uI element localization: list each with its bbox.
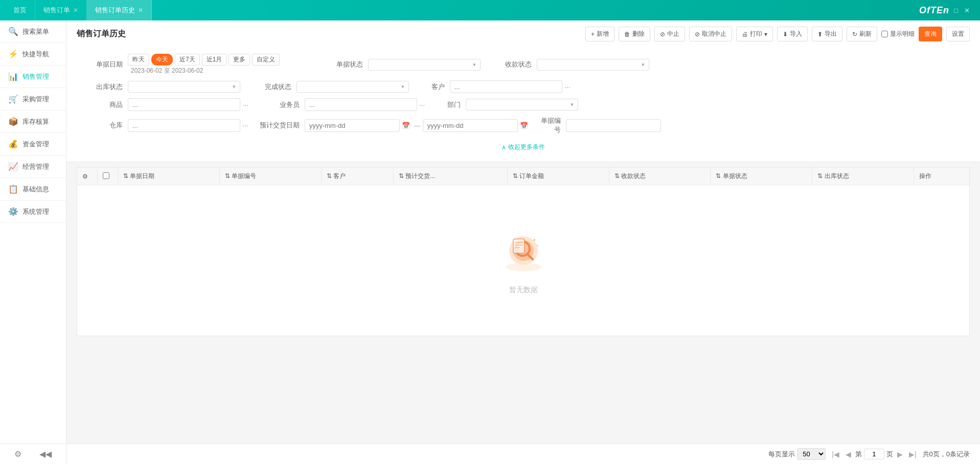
show-details-checkbox[interactable] <box>881 31 888 37</box>
department-select[interactable]: ▾ <box>466 99 578 111</box>
delete-label: 删除 <box>632 30 645 38</box>
query-button[interactable]: 查询 <box>919 27 942 41</box>
tab-sales-order[interactable]: 销售订单 ✕ <box>35 0 87 20</box>
first-page-btn[interactable]: |◀ <box>830 449 841 459</box>
refresh-button[interactable]: ↻ 刷新 <box>847 27 877 41</box>
goods-input[interactable] <box>128 98 240 111</box>
out-status-select[interactable]: ▾ <box>128 81 240 93</box>
sidebar-item-operations[interactable]: 📈 经营管理 <box>0 156 66 178</box>
col-customer[interactable]: ⇅ 客户 <box>321 168 393 185</box>
tab-sales-order-history[interactable]: 销售订单历史 ✕ <box>87 0 152 20</box>
tab-home[interactable]: 首页 <box>5 0 35 20</box>
filter-row-2: 出库状态 ▾ 完成状态 ▾ 客户 ··· <box>87 80 960 93</box>
sidebar-settings-icon[interactable]: ⚙ <box>14 449 21 459</box>
goods-more-icon[interactable]: ··· <box>242 101 248 109</box>
settings-button[interactable]: 设置 <box>946 27 970 41</box>
warehouse-more-icon[interactable]: ··· <box>242 121 248 129</box>
date-range-text: 2023-06-02 至 2023-06-02 <box>131 67 280 75</box>
delete-button[interactable]: 🗑 删除 <box>619 27 650 41</box>
customer-more-icon[interactable]: ··· <box>564 83 571 91</box>
collapse-button[interactable]: ∧ 收起更多条件 <box>502 143 545 151</box>
date-btn-7days[interactable]: 近7天 <box>175 54 200 65</box>
last-page-btn[interactable]: ▶| <box>907 449 919 459</box>
export-button[interactable]: ⬆ 导出 <box>812 27 842 41</box>
sidebar-item-sales-mgmt-label: 销售管理 <box>22 72 49 81</box>
col-expected-date[interactable]: ⇅ 预计交货... <box>393 168 507 185</box>
show-details-checkbox-label[interactable]: 显示明细 <box>881 30 915 38</box>
sidebar-item-sales-mgmt[interactable]: 📊 销售管理 <box>0 65 66 88</box>
payment-status-select[interactable]: ▾ <box>537 59 649 71</box>
tab-sales-order-history-close[interactable]: ✕ <box>138 7 143 14</box>
next-page-btn[interactable]: ▶ <box>895 449 905 459</box>
sidebar-item-purchase-mgmt-label: 采购管理 <box>22 95 49 104</box>
col-payment-status-label: ⇅ 收款状态 <box>614 172 646 180</box>
col-out-status-label: ⇅ 出库状态 <box>817 172 849 180</box>
col-bill-status[interactable]: ⇅ 单据状态 <box>711 168 812 185</box>
department-arrow-icon: ▾ <box>571 101 574 108</box>
date-btn-more[interactable]: 更多 <box>229 54 250 65</box>
total-text: 共0页，0条记录 <box>923 450 970 459</box>
table-settings-col[interactable]: ⚙ <box>77 168 98 185</box>
col-date[interactable]: ⇅ 单据日期 <box>118 168 220 185</box>
bill-no-input[interactable] <box>566 119 661 132</box>
col-bill-no[interactable]: ⇅ 单据编号 <box>219 168 321 185</box>
prev-page-btn[interactable]: ◀ <box>844 449 853 459</box>
export-icon: ⬆ <box>817 31 823 38</box>
sidebar-item-inventory[interactable]: 📦 库存核算 <box>0 111 66 133</box>
page-header: 销售订单历史 + 新增 🗑 删除 ⊘ 中止 ⊘ <box>66 20 980 162</box>
cancel-stop-icon: ⊘ <box>695 31 700 38</box>
customer-label: 客户 <box>419 82 450 92</box>
customer-input[interactable] <box>450 80 562 93</box>
maximize-btn[interactable]: □ <box>954 7 958 14</box>
svg-text:✦: ✦ <box>533 238 536 242</box>
sidebar-item-finance[interactable]: 💰 资金管理 <box>0 133 66 156</box>
sidebar-item-quick-nav-label: 快捷导航 <box>22 50 49 59</box>
col-amount[interactable]: ⇅ 订单金额 <box>507 168 609 185</box>
bill-status-select[interactable]: ▾ <box>368 59 481 71</box>
per-page-dropdown[interactable]: 50 10 20 100 <box>797 448 826 460</box>
date-btn-yesterday[interactable]: 昨天 <box>128 54 149 65</box>
sidebar-item-system[interactable]: ⚙️ 系统管理 <box>0 201 66 223</box>
print-button[interactable]: 🖨 打印 ▾ <box>736 27 773 41</box>
settings-label: 设置 <box>952 30 964 38</box>
col-out-status[interactable]: ⇅ 出库状态 <box>812 168 914 185</box>
sidebar-item-purchase-mgmt[interactable]: 🛒 采购管理 <box>0 88 66 111</box>
sidebar-item-quick-nav[interactable]: ⚡ 快捷导航 <box>0 43 66 65</box>
cancel-stop-button[interactable]: ⊘ 取消中止 <box>689 27 732 41</box>
import-button[interactable]: ⬇ 导入 <box>777 27 808 41</box>
calendar-end-icon[interactable]: 📅 <box>520 122 528 129</box>
date-btn-custom[interactable]: 自定义 <box>252 54 280 65</box>
calendar-start-icon[interactable]: 📅 <box>402 122 410 129</box>
sidebar-item-basic-info[interactable]: 📋 基础信息 <box>0 178 66 201</box>
sidebar-item-inventory-label: 库存核算 <box>22 117 49 126</box>
sidebar-volume-icon[interactable]: ◀◀ <box>39 449 52 459</box>
page-number-input[interactable] <box>864 449 884 459</box>
add-button[interactable]: + 新增 <box>585 27 614 41</box>
warehouse-input[interactable] <box>128 119 240 132</box>
salesperson-input[interactable] <box>305 98 417 111</box>
select-all-checkbox[interactable] <box>103 172 109 179</box>
date-btn-1month[interactable]: 近1月 <box>202 54 227 65</box>
collapse-label: 收起更多条件 <box>508 143 545 151</box>
department-label: 部门 <box>435 100 466 109</box>
col-payment-status[interactable]: ⇅ 收款状态 <box>609 168 711 185</box>
table-checkbox-col[interactable] <box>98 168 118 185</box>
col-bill-status-label: ⇅ 单据状态 <box>716 172 747 180</box>
close-btn[interactable]: ✕ <box>964 7 970 14</box>
col-date-label: ⇅ 单据日期 <box>123 172 154 180</box>
col-customer-label: ⇅ 客户 <box>327 172 346 180</box>
date-label: 单据日期 <box>87 60 128 69</box>
refresh-label: 刷新 <box>859 30 872 38</box>
page-title: 销售订单历史 <box>77 29 126 39</box>
complete-status-select[interactable]: ▾ <box>297 81 409 93</box>
expected-date-end-input[interactable] <box>423 119 518 132</box>
sidebar-item-search-menu[interactable]: 🔍 搜索菜单 <box>0 20 66 43</box>
sidebar-item-finance-label: 资金管理 <box>22 140 49 149</box>
salesperson-more-icon[interactable]: ··· <box>419 101 425 109</box>
expected-date-start-input[interactable] <box>305 119 400 132</box>
date-btn-today[interactable]: 今天 <box>151 54 173 65</box>
tab-sales-order-close[interactable]: ✕ <box>73 7 78 14</box>
stop-button[interactable]: ⊘ 中止 <box>654 27 685 41</box>
table-footer: 每页显示 50 10 20 100 |◀ ◀ 第 页 ▶ ▶| 共0页，0条记录 <box>66 444 980 464</box>
delete-icon: 🗑 <box>624 31 630 38</box>
